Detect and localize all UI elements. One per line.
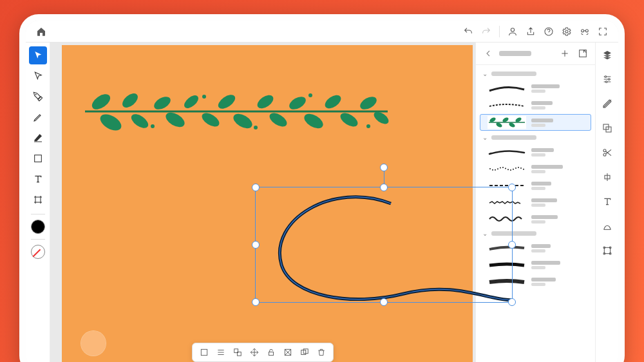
trace-icon[interactable]	[599, 218, 616, 234]
svg-point-65	[603, 149, 606, 152]
brush-label	[531, 215, 558, 219]
artboard-tool[interactable]	[29, 191, 47, 209]
move-icon[interactable]	[247, 345, 262, 360]
redo-icon[interactable]	[477, 23, 495, 41]
canvas[interactable]	[50, 43, 475, 362]
help-icon[interactable]	[540, 23, 558, 41]
stroke-swatch[interactable]	[31, 245, 45, 259]
handle-e[interactable]	[508, 241, 516, 249]
brush-row-dashed[interactable]	[476, 97, 595, 113]
brush-label	[531, 148, 554, 152]
settings-icon[interactable]	[558, 23, 576, 41]
svg-rect-67	[604, 247, 610, 253]
brush-row-leaf[interactable]	[480, 114, 591, 131]
brush-row-solid[interactable]	[476, 80, 595, 97]
shape-tool[interactable]	[29, 149, 47, 167]
home-icon[interactable]	[32, 23, 50, 41]
pencil-tool[interactable]	[29, 108, 47, 126]
export-icon[interactable]	[576, 46, 590, 61]
handle-n[interactable]	[380, 184, 388, 191]
pattern-icon[interactable]	[280, 345, 296, 360]
handle-nw[interactable]	[252, 184, 260, 191]
pen-tool[interactable]	[29, 88, 47, 106]
brush-sublabel	[531, 220, 545, 224]
select-tool[interactable]	[29, 46, 47, 64]
brush-label	[531, 198, 557, 202]
object-align-icon[interactable]	[599, 169, 616, 186]
brush-row-cal1[interactable]	[476, 144, 595, 160]
svg-point-13	[151, 124, 155, 128]
brush-group-header[interactable]: ⌄	[476, 68, 595, 80]
brush-label	[531, 244, 551, 248]
svg-point-19	[216, 92, 238, 111]
fullscreen-icon[interactable]	[594, 23, 612, 41]
main-area: Brushes ⌄ ⌄	[26, 43, 618, 362]
arrange-icon[interactable]	[230, 345, 245, 360]
direct-select-tool[interactable]	[29, 67, 47, 85]
svg-point-5	[35, 94, 36, 95]
group-icon[interactable]	[297, 345, 312, 360]
svg-point-22	[255, 92, 276, 111]
brush-thumb	[488, 82, 526, 95]
view-preset-icon[interactable]	[576, 23, 594, 41]
brush-label	[531, 278, 556, 281]
type-tool[interactable]	[29, 170, 47, 188]
back-icon[interactable]	[481, 46, 495, 61]
svg-point-2	[565, 30, 568, 33]
brush-sublabel	[531, 249, 545, 252]
add-brush-icon[interactable]	[558, 46, 572, 61]
svg-point-58	[520, 167, 522, 169]
combine-icon[interactable]	[599, 120, 616, 137]
brush-label	[531, 182, 551, 186]
svg-rect-35	[269, 352, 274, 355]
handle-ne[interactable]	[508, 184, 516, 191]
svg-point-25	[308, 93, 312, 97]
svg-point-57	[518, 167, 519, 168]
svg-point-14	[152, 94, 173, 112]
svg-point-11	[120, 91, 140, 110]
handle-sw[interactable]	[252, 298, 260, 306]
eraser-tool[interactable]	[29, 129, 47, 147]
transform-icon[interactable]	[599, 242, 616, 259]
leaf-artwork[interactable]	[85, 89, 394, 134]
svg-point-28	[338, 110, 360, 129]
appearance-icon[interactable]	[196, 345, 212, 360]
share-icon[interactable]	[522, 23, 540, 41]
svg-point-17	[202, 95, 206, 99]
fill-swatch[interactable]	[31, 220, 45, 234]
properties-icon[interactable]	[599, 71, 616, 88]
panel-title: Brushes	[499, 51, 531, 56]
brush-thumb	[488, 116, 526, 129]
artboard[interactable]	[62, 45, 473, 362]
lock-icon[interactable]	[263, 345, 279, 360]
svg-point-23	[267, 110, 289, 129]
precision-icon[interactable]	[599, 95, 616, 112]
handle-w[interactable]	[252, 241, 260, 249]
svg-point-26	[302, 111, 326, 131]
touch-indicator	[81, 331, 106, 356]
brush-thumb	[488, 99, 526, 111]
top-bar	[26, 21, 618, 43]
brush-sublabel	[531, 187, 545, 190]
align-icon[interactable]	[213, 345, 229, 360]
selection-bbox[interactable]	[255, 167, 513, 303]
undo-icon[interactable]	[459, 23, 477, 41]
type-panel-icon[interactable]	[599, 193, 616, 210]
handle-s[interactable]	[380, 298, 388, 306]
svg-point-3	[582, 29, 584, 32]
layers-icon[interactable]	[599, 46, 616, 63]
svg-rect-32	[201, 349, 207, 355]
svg-point-27	[323, 92, 343, 111]
brush-sublabel	[531, 266, 545, 269]
brush-group-header[interactable]: ⌄	[476, 131, 595, 144]
handle-se[interactable]	[508, 298, 516, 306]
scissors-icon[interactable]	[599, 144, 616, 161]
brush-label	[531, 101, 553, 105]
svg-point-16	[182, 93, 201, 110]
svg-point-24	[287, 94, 308, 112]
brush-label	[531, 119, 553, 122]
rotate-handle[interactable]	[380, 164, 388, 171]
account-icon[interactable]	[504, 23, 522, 41]
delete-icon[interactable]	[314, 345, 329, 360]
svg-point-29	[358, 94, 379, 112]
